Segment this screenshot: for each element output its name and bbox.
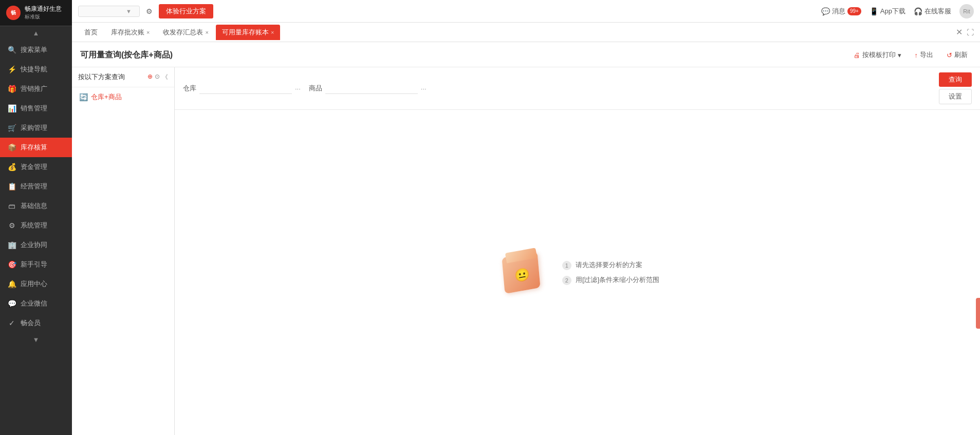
filter-item-warehouse-goods[interactable]: 🔄 仓库+商品 bbox=[72, 87, 174, 107]
sidebar-header: 畅 畅康通好生意 标准版 bbox=[0, 0, 72, 26]
topbar: ▼ ⚙ 体验行业方案 💬 消息 99+ 📱 App下载 🎧 在线客服 Rit bbox=[72, 0, 980, 23]
sidebar-item-label: 搜索菜单 bbox=[21, 45, 47, 54]
avatar: Rit bbox=[959, 4, 974, 18]
message-btn[interactable]: 💬 消息 99+ bbox=[821, 7, 861, 16]
sidebar-item-purchase[interactable]: 🛒 采购管理 bbox=[0, 118, 72, 138]
warehouse-label: 仓库 bbox=[183, 84, 196, 93]
tabs-bar: 首页 库存批次账 × 收发存汇总表 × 可用量库存账本 × ✕ ⛶ bbox=[72, 23, 980, 42]
sidebar-scroll-down[interactable]: ▼ bbox=[0, 333, 72, 347]
sidebar-item-shortcut[interactable]: ⚡ 快捷导航 bbox=[0, 60, 72, 79]
warehouse-ellipsis[interactable]: ··· bbox=[295, 85, 301, 92]
sidebar-title-group: 畅康通好生意 标准版 bbox=[25, 5, 62, 21]
goods-label: 商品 bbox=[309, 84, 322, 93]
customer-service-btn[interactable]: 🎧 在线客服 bbox=[914, 7, 951, 16]
user-menu[interactable]: Rit bbox=[959, 4, 974, 18]
add-filter-icon[interactable]: ⊕ bbox=[147, 73, 153, 82]
operations-icon: 📋 bbox=[7, 182, 16, 191]
sidebar-item-member[interactable]: ✓ 畅会员 bbox=[0, 313, 72, 333]
collapse-panel-icon[interactable]: 《 bbox=[162, 73, 168, 82]
sidebar-item-inventory[interactable]: 📦 库存核算 bbox=[0, 138, 72, 157]
refresh-btn[interactable]: ↺ 刷新 bbox=[942, 48, 972, 62]
sidebar-app-name: 畅康通好生意 bbox=[25, 5, 62, 13]
tab-close-all-btn[interactable]: ✕ bbox=[956, 27, 963, 37]
refresh-icon: ↺ bbox=[947, 51, 952, 59]
topbar-search-input[interactable] bbox=[83, 8, 124, 15]
tip-text-2: 用[过滤]条件来缩小分析范围 bbox=[576, 275, 659, 285]
close-icon[interactable]: × bbox=[146, 29, 150, 35]
filter-settings-icon[interactable]: ⊙ bbox=[155, 73, 160, 82]
query-button[interactable]: 查询 bbox=[939, 72, 972, 87]
newbie-icon: 🎯 bbox=[7, 260, 16, 269]
empty-state: 😐 1 请先选择要分析的方案 2 用[过滤]条件来缩小分析范围 bbox=[175, 110, 980, 435]
sidebar-item-marketing[interactable]: 🎁 营销推广 bbox=[0, 79, 72, 99]
customer-service-label: 在线客服 bbox=[924, 7, 951, 16]
topbar-search-box[interactable]: ▼ bbox=[78, 6, 140, 17]
tab-home-label: 首页 bbox=[84, 28, 98, 37]
sidebar-item-newbie[interactable]: 🎯 新手引导 bbox=[0, 255, 72, 274]
sidebar-item-label: 基础信息 bbox=[21, 201, 47, 211]
headset-icon: 🎧 bbox=[914, 7, 922, 15]
sidebar-item-basic[interactable]: 🗃 基础信息 bbox=[0, 196, 72, 216]
gear-icon[interactable]: ⚙ bbox=[144, 5, 155, 17]
right-content: 仓库 ··· 商品 ··· 查询 设置 bbox=[175, 67, 980, 435]
page-header-actions: 🖨 按模板打印 ▾ ↑ 导出 ↺ 刷新 bbox=[849, 48, 972, 62]
empty-tips: 1 请先选择要分析的方案 2 用[过滤]条件来缩小分析范围 bbox=[562, 260, 659, 285]
export-icon: ↑ bbox=[915, 51, 918, 59]
goods-input[interactable] bbox=[325, 83, 418, 94]
tab-expand-btn[interactable]: ⛶ bbox=[967, 28, 974, 36]
sidebar-item-system[interactable]: ⚙ 系统管理 bbox=[0, 216, 72, 235]
warehouse-input[interactable] bbox=[199, 83, 292, 94]
tab-home[interactable]: 首页 bbox=[78, 25, 104, 40]
app-download-btn[interactable]: 📱 App下载 bbox=[870, 7, 905, 16]
chevron-down-icon[interactable]: ▾ bbox=[898, 51, 901, 59]
sidebar-version-badge: 标准版 bbox=[25, 13, 62, 21]
tip-number-2: 2 bbox=[562, 276, 571, 285]
inventory-icon: 📦 bbox=[7, 143, 16, 152]
right-edge-scroll bbox=[976, 298, 980, 329]
sidebar-item-label: 应用中心 bbox=[21, 279, 47, 289]
sidebar-nav: ▲ 🔍 搜索菜单 ⚡ 快捷导航 🎁 营销推广 📊 销售管理 🛒 采购管理 📦 库… bbox=[0, 26, 72, 435]
industry-btn[interactable]: 体验行业方案 bbox=[159, 4, 213, 18]
goods-ellipsis[interactable]: ··· bbox=[421, 85, 427, 92]
sidebar-item-sales[interactable]: 📊 销售管理 bbox=[0, 99, 72, 118]
marketing-icon: 🎁 bbox=[7, 85, 16, 93]
sidebar-item-search[interactable]: 🔍 搜索菜单 bbox=[0, 40, 72, 60]
close-icon[interactable]: × bbox=[271, 29, 274, 35]
content-area: 按以下方案查询 ⊕ ⊙ 《 🔄 仓库+商品 仓库 ··· bbox=[72, 67, 980, 435]
shortcut-icon: ⚡ bbox=[7, 65, 16, 73]
sidebar-item-label: 经营管理 bbox=[21, 182, 47, 191]
empty-tip-1: 1 请先选择要分析的方案 bbox=[562, 260, 659, 270]
sidebar-item-appcenter[interactable]: 🔔 应用中心 bbox=[0, 274, 72, 294]
filter-panel-header: 按以下方案查询 ⊕ ⊙ 《 bbox=[72, 67, 174, 87]
close-icon[interactable]: × bbox=[205, 29, 208, 35]
warehouse-field: 仓库 ··· bbox=[183, 83, 301, 94]
sidebar-item-wechat[interactable]: 💬 企业微信 bbox=[0, 294, 72, 313]
sidebar: 畅 畅康通好生意 标准版 ▲ 🔍 搜索菜单 ⚡ 快捷导航 🎁 营销推广 📊 销售… bbox=[0, 0, 72, 435]
tab-available-label: 可用量库存账本 bbox=[222, 28, 269, 37]
export-label: 导出 bbox=[920, 50, 933, 60]
print-btn[interactable]: 🖨 按模板打印 ▾ bbox=[849, 48, 905, 62]
sidebar-item-finance[interactable]: 💰 资金管理 bbox=[0, 157, 72, 177]
settings-button[interactable]: 设置 bbox=[939, 89, 972, 104]
sidebar-scroll-up[interactable]: ▲ bbox=[0, 26, 72, 40]
tab-batch[interactable]: 库存批次账 × bbox=[105, 25, 156, 40]
sidebar-item-cooperation[interactable]: 🏢 企业协同 bbox=[0, 235, 72, 255]
sidebar-item-operations[interactable]: 📋 经营管理 bbox=[0, 177, 72, 196]
empty-illustration: 😐 bbox=[495, 247, 547, 298]
page-header: 可用量查询(按仓库+商品) 🖨 按模板打印 ▾ ↑ 导出 ↺ 刷新 bbox=[72, 42, 980, 67]
sidebar-item-label: 采购管理 bbox=[21, 123, 47, 133]
query-actions: 查询 设置 bbox=[939, 72, 972, 104]
export-btn[interactable]: ↑ 导出 bbox=[911, 48, 938, 62]
appcenter-icon: 🔔 bbox=[7, 280, 16, 288]
tab-receive[interactable]: 收发存汇总表 × bbox=[157, 25, 214, 40]
chevron-down-icon[interactable]: ▼ bbox=[126, 8, 132, 14]
avatar-initials: Rit bbox=[963, 8, 970, 14]
purchase-icon: 🛒 bbox=[7, 124, 16, 132]
empty-face-icon: 😐 bbox=[514, 267, 530, 283]
sidebar-logo: 畅 bbox=[6, 6, 21, 20]
sidebar-item-label: 库存核算 bbox=[21, 143, 47, 152]
page-title: 可用量查询(按仓库+商品) bbox=[80, 50, 173, 61]
app-download-label: App下载 bbox=[880, 7, 905, 16]
system-icon: ⚙ bbox=[7, 221, 16, 230]
tab-available[interactable]: 可用量库存账本 × bbox=[216, 25, 280, 40]
